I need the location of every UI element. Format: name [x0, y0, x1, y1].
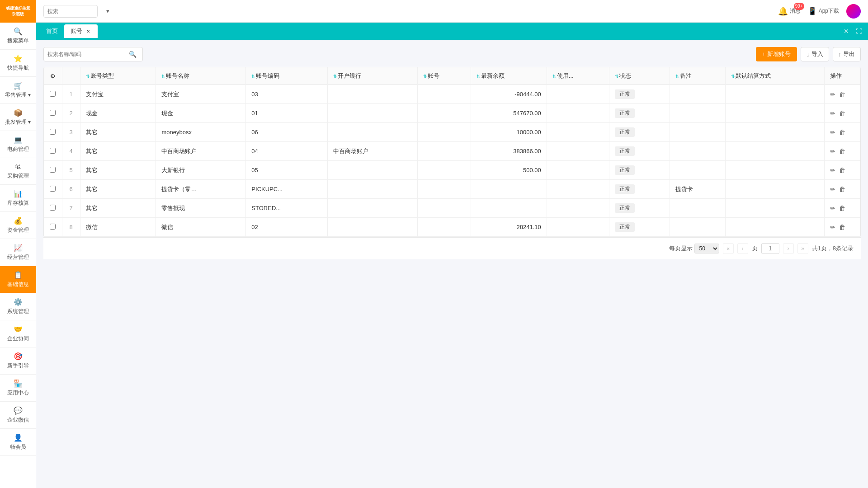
col-latest-balance[interactable]: ⇅最新余额 — [471, 67, 547, 85]
col-account-type[interactable]: ⇅账号类型 — [80, 67, 156, 85]
topbar-search-input[interactable] — [43, 5, 98, 18]
col-status[interactable]: ⇅状态 — [609, 67, 670, 85]
window-close-btn[interactable]: ✕ — [841, 26, 852, 37]
app-download-btn[interactable]: 📱 App下载 — [808, 7, 839, 15]
delete-btn[interactable]: 🗑 — [839, 110, 845, 117]
delete-btn[interactable]: 🗑 — [839, 129, 845, 136]
sidebar-item-capital-manage[interactable]: 💰资金管理 — [0, 212, 36, 239]
edit-btn[interactable]: ✏ — [830, 110, 835, 117]
edit-btn[interactable]: ✏ — [830, 148, 835, 155]
prev-page-btn[interactable]: ‹ — [737, 243, 748, 254]
user-avatar[interactable] — [846, 4, 861, 19]
delete-btn[interactable]: 🗑 — [839, 186, 845, 193]
next-page-btn[interactable]: › — [783, 243, 794, 254]
app-center-icon: 🏪 — [2, 379, 34, 388]
col-opening-bank[interactable]: ⇅开户银行 — [328, 67, 418, 85]
sidebar-item-inventory-check[interactable]: 📊库存核算 — [0, 185, 36, 212]
sidebar-item-new-guide[interactable]: 🎯新手引导 — [0, 347, 36, 375]
wholesale-manage-icon: 📦 — [2, 108, 34, 117]
row-account-no — [418, 123, 471, 142]
col-account-no[interactable]: ⇅账号 — [418, 67, 471, 85]
sidebar-item-wholesale-manage[interactable]: 📦批发管理 ▾ — [0, 104, 36, 131]
col-settings[interactable]: ⚙ — [44, 67, 62, 85]
sidebar-item-purchase-manage[interactable]: 🛍采购管理 — [0, 158, 36, 185]
sidebar-item-retail-manage[interactable]: 🛒零售管理 ▾ — [0, 77, 36, 104]
col-remarks[interactable]: ⇅备注 — [670, 67, 726, 85]
enterprise-wechat-icon: 💬 — [2, 406, 34, 415]
edit-btn[interactable]: ✏ — [830, 224, 835, 231]
row-checkbox-cell[interactable] — [44, 142, 62, 161]
window-expand-btn[interactable]: ⛶ — [854, 26, 864, 37]
row-account-no — [418, 218, 471, 237]
edit-btn[interactable]: ✏ — [830, 186, 835, 193]
sidebar-item-member[interactable]: 👤畅会员 — [0, 429, 36, 456]
row-checkbox-cell[interactable] — [44, 123, 62, 142]
row-checkbox[interactable] — [50, 186, 56, 192]
edit-btn[interactable]: ✏ — [830, 205, 835, 212]
import-button[interactable]: ↓ 导入 — [801, 47, 829, 61]
delete-btn[interactable]: 🗑 — [839, 205, 845, 212]
sidebar-item-search-menu[interactable]: 🔍搜索菜单 — [0, 23, 36, 50]
sidebar-item-app-center[interactable]: 🏪应用中心 — [0, 375, 36, 402]
page-label: 页 — [752, 244, 758, 253]
row-checkbox-cell[interactable] — [44, 199, 62, 218]
row-default-settlement — [726, 161, 824, 180]
row-checkbox[interactable] — [50, 91, 56, 97]
new-guide-label: 新手引导 — [2, 362, 34, 370]
sidebar-item-system-manage[interactable]: ⚙️系统管理 — [0, 293, 36, 320]
row-checkbox[interactable] — [50, 148, 56, 154]
sidebar-item-basic-info[interactable]: 📋基础信息 — [0, 266, 36, 293]
row-bank — [328, 85, 418, 104]
row-index: 8 — [62, 218, 80, 237]
message-btn[interactable]: 🔔 消息 99+ — [778, 6, 801, 16]
retail-manage-label: 零售管理 ▾ — [2, 91, 34, 99]
row-checkbox[interactable] — [50, 110, 56, 116]
row-balance — [471, 180, 547, 199]
sidebar-item-quick-nav[interactable]: ⭐快捷导航 — [0, 50, 36, 77]
row-checkbox[interactable] — [50, 167, 56, 173]
row-code: 03 — [246, 85, 328, 104]
row-name: 现金 — [156, 104, 246, 123]
row-balance: 28241.10 — [471, 218, 547, 237]
sidebar-item-enterprise-agreement[interactable]: 🤝企业协同 — [0, 320, 36, 347]
delete-btn[interactable]: 🗑 — [839, 224, 845, 231]
topbar-dropdown-btn[interactable]: ▾ — [101, 5, 114, 18]
tab-home[interactable]: 首页 — [40, 24, 64, 38]
col-usage[interactable]: ⇅使用... — [547, 67, 609, 85]
row-checkbox-cell[interactable] — [44, 85, 62, 104]
add-account-button[interactable]: + 新增账号 — [756, 47, 797, 61]
row-action-cell: ✏ 🗑 — [824, 142, 860, 161]
col-account-name[interactable]: ⇅账号名称 — [156, 67, 246, 85]
table-row: 4 其它 中百商场账户 04 中百商场账户 383866.00 正常 ✏ 🗑 — [44, 142, 860, 161]
export-button[interactable]: ↑ 导出 — [833, 47, 861, 61]
row-checkbox[interactable] — [50, 205, 56, 211]
first-page-btn[interactable]: « — [723, 243, 734, 254]
tab-account[interactable]: 账号 ✕ — [64, 24, 98, 38]
sidebar-item-enterprise-wechat[interactable]: 💬企业微信 — [0, 402, 36, 429]
row-checkbox-cell[interactable] — [44, 161, 62, 180]
last-page-btn[interactable]: » — [797, 243, 808, 254]
delete-btn[interactable]: 🗑 — [839, 167, 845, 174]
sidebar-item-ecommerce-manage[interactable]: 💻电商管理 — [0, 131, 36, 158]
page-number-input[interactable] — [761, 243, 779, 254]
search-input[interactable] — [47, 51, 129, 57]
per-page-select[interactable]: 50 100 200 — [694, 244, 719, 253]
row-checkbox[interactable] — [50, 224, 56, 230]
tab-account-close[interactable]: ✕ — [85, 28, 91, 34]
edit-btn[interactable]: ✏ — [830, 129, 835, 136]
status-badge: 正常 — [615, 184, 635, 194]
col-default-settlement[interactable]: ⇅默认结算方式 — [726, 67, 824, 85]
row-checkbox[interactable] — [50, 129, 56, 135]
delete-btn[interactable]: 🗑 — [839, 91, 845, 98]
row-balance — [471, 199, 547, 218]
edit-btn[interactable]: ✏ — [830, 167, 835, 174]
col-account-code[interactable]: ⇅账号编码 — [246, 67, 328, 85]
row-checkbox-cell[interactable] — [44, 218, 62, 237]
sidebar-item-operation-manage[interactable]: 📈经营管理 — [0, 239, 36, 266]
basic-info-label: 基础信息 — [2, 281, 34, 288]
edit-btn[interactable]: ✏ — [830, 91, 835, 98]
row-checkbox-cell[interactable] — [44, 180, 62, 199]
delete-btn[interactable]: 🗑 — [839, 148, 845, 155]
row-checkbox-cell[interactable] — [44, 104, 62, 123]
search-icon[interactable]: 🔍 — [129, 51, 137, 58]
